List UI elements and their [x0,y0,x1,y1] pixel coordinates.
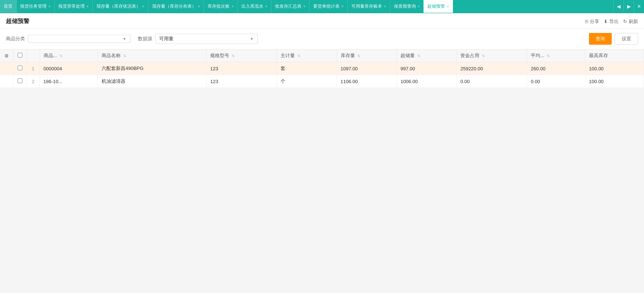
row-checkbox[interactable] [18,78,22,83]
nav-tab-order-stat[interactable]: 要货单统计表 × [310,0,348,13]
capital-cell: 0.00 [457,75,527,88]
close-icon[interactable]: × [231,4,234,8]
close-icon[interactable]: × [198,4,200,8]
capital-col-header[interactable]: 资金占用 ⇅ [457,49,527,62]
product-code-col-header[interactable]: 商品... ⇅ [40,49,98,62]
product-name-col-header[interactable]: 商品名称 ⇅ [98,49,206,62]
header-actions: ⎘ 分享 ⬇ 导出 ↻ 刷新 [585,18,638,25]
avg-cell: 260.00 [527,62,585,75]
chevron-down-icon: ▼ [250,37,254,41]
inventory-col-header[interactable]: 库存量 ⇅ [337,49,396,62]
datasource-filter: 数据源 可用量 ▼ [138,34,258,44]
sort-icon: ⇅ [547,54,550,58]
category-label: 商品分类 [6,36,25,42]
nav-tab-over-storage[interactable]: 超储预警 × [424,0,453,13]
page-container: 超储预警 ⎘ 分享 ⬇ 导出 ↻ 刷新 商品分类 ▼ 数据源 [0,13,644,88]
nav-tab-inout-flow[interactable]: 出入库流水 × [238,0,271,13]
refresh-icon: ↻ [623,19,627,24]
max-stock-cell: 100.00 [585,62,644,75]
filter-bar: 商品分类 ▼ 数据源 可用量 ▼ 查询 设置 [0,29,644,49]
export-icon: ⬇ [604,19,608,24]
max-stock-col-header[interactable]: 最高库存 [585,49,644,62]
nav-arrow-left[interactable]: ◀ [613,0,623,13]
sort-icon: ⇅ [357,54,360,58]
unit-cell: 个 [277,75,337,88]
chevron-down-icon: ▼ [122,37,127,41]
close-icon[interactable]: × [142,4,144,8]
avg-col-header[interactable]: 平均... ⇅ [527,49,585,62]
close-icon[interactable]: × [265,4,267,8]
page-header: 超储预警 ⎘ 分享 ⬇ 导出 ↻ 刷新 [0,13,644,29]
close-icon[interactable]: × [87,4,89,8]
row-gear-cell [0,75,13,88]
overstock-col-header[interactable]: 超储量 ⇅ [397,49,457,62]
query-button[interactable]: 查询 [589,33,612,45]
row-checkbox[interactable] [18,66,22,70]
product-name-cell: 机油滤清器 [98,75,206,88]
unit-cell: 套 [277,62,337,75]
avg-cell: 0.00 [527,75,585,88]
spec-col-header[interactable]: 规格型号 ⇅ [206,49,277,62]
nav-tab-quality-check[interactable]: 保质期查询 × [390,0,424,13]
table-row: 1 0000004 六配套新昌490BPG 123 套 1097.00 997.… [0,62,644,75]
refresh-button[interactable]: ↻ 刷新 [623,18,638,25]
datasource-label: 数据源 [138,36,152,42]
nav-arrow-right[interactable]: ▶ [623,0,634,13]
inventory-cell: 1106.00 [337,75,396,88]
datasource-value: 可用量 [159,36,173,42]
sort-icon: ⇅ [59,54,62,58]
nav-arrow-close[interactable]: ✕ [634,0,644,13]
gear-col-header[interactable]: ⚙ [0,49,13,62]
share-icon: ⎘ [585,19,588,24]
row-num-cell: 2 [26,75,40,88]
category-select[interactable]: ▼ [28,35,131,43]
row-check-cell[interactable] [13,62,26,75]
close-icon[interactable]: × [341,4,344,8]
category-filter: 商品分类 ▼ [6,35,131,43]
nav-tab-recv-send[interactable]: 收发存汇总表 × [271,0,310,13]
nav-arrows: ◀ ▶ ✕ [613,0,644,13]
data-table: ⚙ 商品... ⇅ 商品名称 ⇅ 规格型号 [0,49,644,88]
settings-button[interactable]: 设置 [615,33,638,45]
table-body: 1 0000004 六配套新昌490BPG 123 套 1097.00 997.… [0,62,644,88]
datasource-select[interactable]: 可用量 ▼ [155,34,258,44]
unit-col-header[interactable]: 主计量 ⇅ [277,49,337,62]
sort-icon: ⇅ [417,54,420,58]
nav-tab-home[interactable]: 首页 [0,0,17,13]
nav-tab-batch-ledger[interactable]: 库存批次账 × [204,0,238,13]
inventory-cell: 1097.00 [337,62,396,75]
nav-tab-task-mgmt[interactable]: 拣货任务管理 × [17,0,55,13]
capital-cell: 259220.00 [457,62,527,75]
row-gear-cell [0,62,13,75]
sort-icon: ⇅ [232,54,235,58]
check-col-header[interactable] [13,49,26,62]
close-icon[interactable]: × [303,4,305,8]
nav-tab-inventory-status[interactable]: 现存量（库存状况表） × [93,0,149,13]
sort-icon: ⇅ [482,54,485,58]
close-icon[interactable]: × [447,4,449,8]
nav-tab-exception-proc[interactable]: 拣货异常处理 × [55,0,93,13]
row-check-cell[interactable] [13,75,26,88]
close-icon[interactable]: × [48,4,51,8]
export-button[interactable]: ⬇ 导出 [604,18,619,25]
page-title: 超储预警 [6,18,29,25]
table-header-row: ⚙ 商品... ⇅ 商品名称 ⇅ 规格型号 [0,49,644,62]
overstock-cell: 997.00 [397,62,457,75]
table-container: ⚙ 商品... ⇅ 商品名称 ⇅ 规格型号 [0,49,644,88]
rownum-col-header [26,49,40,62]
nav-tab-inventory-dist[interactable]: 现存量（库存分布表） × [149,0,204,13]
row-num-cell: 1 [26,62,40,75]
product-name-cell: 六配套新昌490BPG [98,62,206,75]
close-icon[interactable]: × [418,4,420,8]
product-code-cell: 186-10... [40,75,98,88]
spec-cell: 123 [206,62,277,75]
sort-icon: ⇅ [123,54,126,58]
spec-cell: 123 [206,75,277,88]
max-stock-cell: 100.00 [585,75,644,88]
nav-tab-available-ledger[interactable]: 可用量库存账本 × [348,0,390,13]
share-button[interactable]: ⎘ 分享 [585,18,599,25]
close-icon[interactable]: × [384,4,386,8]
select-all-checkbox[interactable] [18,53,22,58]
product-code-cell: 0000004 [40,62,98,75]
overstock-cell: 1006.00 [397,75,457,88]
